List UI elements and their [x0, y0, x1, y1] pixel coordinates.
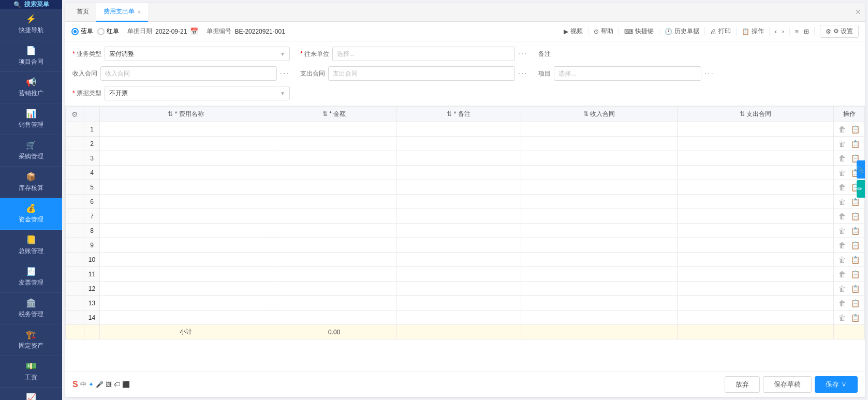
- amount-cell[interactable]: [272, 224, 396, 238]
- expense-name-cell[interactable]: [100, 282, 272, 296]
- list-view-btn[interactable]: ≡: [795, 28, 799, 35]
- invoice-type-select[interactable]: 不开票 ▼: [105, 86, 290, 100]
- counterparty-more-icon[interactable]: ···: [518, 49, 528, 58]
- amount-cell[interactable]: [272, 209, 396, 224]
- edit-panel-btn[interactable]: ✏: [857, 180, 865, 198]
- tab-home[interactable]: 首页: [69, 3, 96, 22]
- remark-cell[interactable]: [396, 224, 521, 238]
- remark-cell[interactable]: [396, 209, 521, 224]
- sidebar-item-inventory[interactable]: 📦 库存核算: [0, 167, 62, 198]
- sidebar-item-purchase[interactable]: 🛒 采购管理: [0, 135, 62, 167]
- delete-icon[interactable]: 🗑: [838, 270, 846, 278]
- expense-name-cell[interactable]: [100, 166, 272, 180]
- expense-contract-cell[interactable]: [677, 310, 833, 325]
- amount-cell[interactable]: [272, 310, 396, 325]
- amount-cell[interactable]: [272, 180, 396, 195]
- expense-name-cell[interactable]: [100, 151, 272, 166]
- income-contract-cell[interactable]: [521, 166, 677, 180]
- income-contract-cell[interactable]: [521, 296, 677, 310]
- expense-contract-cell[interactable]: [677, 166, 833, 180]
- expense-contract-cell[interactable]: [677, 195, 833, 209]
- sidebar-item-sales[interactable]: 📊 销售管理: [0, 103, 62, 135]
- remark-cell[interactable]: [396, 310, 521, 325]
- delete-icon[interactable]: 🗑: [838, 183, 846, 191]
- sidebar-search[interactable]: 🔍 搜索菜单: [0, 0, 62, 9]
- remark-cell[interactable]: [396, 122, 521, 137]
- ops-btn[interactable]: 📋 操作: [742, 27, 764, 36]
- expense-name-cell[interactable]: [100, 253, 272, 267]
- copy-icon[interactable]: 📋: [851, 140, 860, 148]
- save-button[interactable]: 保存 ∨: [815, 376, 858, 393]
- income-contract-cell[interactable]: [521, 151, 677, 166]
- expense-contract-cell[interactable]: [677, 137, 833, 151]
- amount-cell[interactable]: [272, 122, 396, 137]
- sidebar-item-payroll[interactable]: 💵 工资: [0, 356, 62, 388]
- copy-icon[interactable]: 📋: [851, 212, 860, 220]
- sidebar-item-capital[interactable]: 💰 资金管理: [0, 198, 62, 230]
- grid-view-btn[interactable]: ⊞: [804, 28, 809, 35]
- expense-name-cell[interactable]: [100, 180, 272, 195]
- copy-icon[interactable]: 📋: [851, 125, 860, 134]
- remark-cell[interactable]: [396, 282, 521, 296]
- amount-cell[interactable]: [272, 137, 396, 151]
- income-contract-cell[interactable]: [521, 253, 677, 267]
- expense-contract-cell[interactable]: [677, 282, 833, 296]
- delete-icon[interactable]: 🗑: [838, 227, 846, 235]
- income-contract-cell[interactable]: [521, 224, 677, 238]
- copy-icon[interactable]: 📋: [851, 227, 860, 235]
- sidebar-item-project-contract[interactable]: 📄 项目合同: [0, 40, 62, 72]
- history-btn[interactable]: 🕐 历史单据: [665, 27, 699, 36]
- sidebar-item-tax[interactable]: 🏛️ 税务管理: [0, 293, 62, 324]
- amount-header[interactable]: ⇅ * 金额: [272, 107, 396, 122]
- attachment-panel-btn[interactable]: 📎: [857, 160, 865, 179]
- remark-cell[interactable]: [396, 195, 521, 209]
- expense-contract-cell[interactable]: [677, 296, 833, 310]
- video-btn[interactable]: ▶ 视频: [564, 27, 583, 36]
- income-contract-cell[interactable]: [521, 180, 677, 195]
- save-draft-button[interactable]: 保存草稿: [763, 376, 812, 393]
- expense-contract-header[interactable]: ⇅ 支出合同: [677, 107, 833, 122]
- expense-contract-more-icon[interactable]: ···: [518, 69, 528, 78]
- expense-contract-cell[interactable]: [677, 267, 833, 282]
- sidebar-item-invoice[interactable]: 🧾 发票管理: [0, 261, 62, 293]
- remark-cell[interactable]: [396, 180, 521, 195]
- sidebar-item-accounting[interactable]: 📒 总账管理: [0, 230, 62, 261]
- income-contract-cell[interactable]: [521, 310, 677, 325]
- expense-name-cell[interactable]: [100, 224, 272, 238]
- expense-name-cell[interactable]: [100, 296, 272, 310]
- remark-cell[interactable]: [396, 151, 521, 166]
- expense-name-cell[interactable]: [100, 122, 272, 137]
- delete-icon[interactable]: 🗑: [838, 140, 846, 148]
- sidebar-item-ops[interactable]: 📈 经营管理: [0, 388, 62, 400]
- income-contract-header[interactable]: ⇅ 收入合同: [521, 107, 677, 122]
- nav-prev-btn[interactable]: ‹: [775, 28, 777, 35]
- radio-blue[interactable]: 蓝单: [71, 27, 93, 36]
- shortcuts-btn[interactable]: ⌨ 快捷键: [624, 27, 654, 36]
- remark-cell[interactable]: [396, 253, 521, 267]
- window-close-btn[interactable]: ×: [855, 7, 861, 18]
- income-contract-cell[interactable]: [521, 267, 677, 282]
- income-contract-cell[interactable]: [521, 195, 677, 209]
- copy-icon[interactable]: 📋: [851, 299, 860, 307]
- expense-name-header[interactable]: ⇅ * 费用名称: [100, 107, 272, 122]
- remark-cell[interactable]: [396, 137, 521, 151]
- project-more-icon[interactable]: ···: [704, 69, 714, 78]
- amount-cell[interactable]: [272, 267, 396, 282]
- income-contract-cell[interactable]: [521, 122, 677, 137]
- abandon-button[interactable]: 放弃: [725, 376, 760, 393]
- delete-icon[interactable]: 🗑: [838, 154, 846, 162]
- expense-contract-cell[interactable]: [677, 238, 833, 253]
- amount-cell[interactable]: [272, 195, 396, 209]
- project-input[interactable]: 选择...: [554, 66, 701, 81]
- amount-cell[interactable]: [272, 253, 396, 267]
- help-btn[interactable]: ⊙ 帮助: [594, 27, 613, 36]
- nav-next-btn[interactable]: ›: [782, 28, 784, 35]
- delete-icon[interactable]: 🗑: [838, 314, 846, 322]
- income-contract-cell[interactable]: [521, 238, 677, 253]
- copy-icon[interactable]: 📋: [851, 198, 860, 206]
- sidebar-item-quick-nav[interactable]: ⚡ 快捷导航: [0, 9, 62, 40]
- expense-contract-cell[interactable]: [677, 209, 833, 224]
- copy-icon[interactable]: 📋: [851, 256, 860, 264]
- expense-name-cell[interactable]: [100, 310, 272, 325]
- print-btn[interactable]: 🖨 打印: [710, 27, 731, 36]
